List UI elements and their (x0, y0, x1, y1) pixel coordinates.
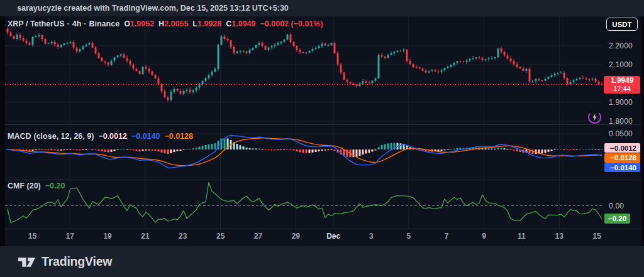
cmf-title: CMF (20) (8, 182, 41, 190)
low-value: 1.9928 (197, 19, 221, 28)
time-axis-label: 17 (66, 232, 74, 241)
legend-separator: · (67, 19, 70, 28)
last-price-value: 1.9949 (611, 77, 634, 85)
macd-title: MACD (8, 132, 31, 141)
time-axis-label: 15 (28, 232, 36, 241)
high-value: 2.0055 (164, 19, 188, 28)
last-price-badge: 1.9949 17:44 (604, 76, 640, 94)
right-border (641, 16, 644, 246)
currency-toggle-button[interactable]: USDT (606, 18, 638, 31)
time-axis-label: 3 (369, 232, 374, 241)
open-value: 1.9952 (130, 19, 154, 28)
cmf-value-badge: −0.20 (604, 214, 630, 224)
price-axis-label: 2.1000 (609, 60, 633, 69)
time-axis-label: 21 (141, 232, 149, 241)
time-axis-label: 15 (592, 232, 601, 241)
close-value: 1.9949 (231, 19, 255, 28)
open-label: O (124, 19, 130, 28)
macd-legend[interactable]: MACD (close, 12, 26, 9) −0.0012 −0.0140 … (8, 132, 193, 141)
interval-label: 4h (72, 19, 82, 28)
macd-value-badge: −0.0128 (604, 153, 640, 163)
attribution-text: sarayucyzie created with TradingView.com… (17, 4, 289, 13)
macd-signal-value: −0.0128 (164, 132, 193, 141)
cmf-axis-label: 0.00 (609, 202, 624, 210)
time-axis-label: 7 (444, 232, 448, 241)
time-axis-label: 9 (482, 232, 486, 241)
macd-value-badge: −0.0140 (604, 163, 640, 172)
symbol-legend[interactable]: XRP / TetherUS · 4h · Binance O1.9952 H2… (8, 19, 323, 28)
time-axis-label: 11 (518, 232, 526, 241)
legend-separator: · (84, 19, 86, 28)
macd-line-value: −0.0140 (131, 132, 160, 141)
macd-hist-value: −0.0012 (98, 132, 127, 141)
change-value: −0.0002 (−0.01%) (260, 19, 323, 28)
exchange-label: Binance (89, 19, 119, 28)
price-axis-label: 1.8000 (609, 117, 633, 126)
cmf-legend[interactable]: CMF (20) −0.20 (8, 182, 65, 190)
price-axis-label: 1.9000 (609, 98, 633, 107)
chart-canvas[interactable] (0, 16, 644, 246)
low-label: L (192, 19, 197, 28)
macd-params: (close, 12, 26, 9) (34, 132, 94, 141)
time-axis-label: 19 (103, 232, 111, 241)
boost-lightning-icon[interactable] (587, 110, 602, 124)
time-axis-label: 13 (555, 232, 564, 241)
tradingview-chart-widget: sarayucyzie created with TradingView.com… (0, 0, 644, 277)
time-axis-label: 5 (407, 232, 411, 241)
price-axis-label: 2.2000 (609, 41, 633, 50)
close-label: C (226, 19, 231, 28)
footer-bar: TradingView (0, 246, 644, 277)
macd-value-badge: −0.0012 (604, 143, 640, 153)
tradingview-logo[interactable]: TradingView (17, 254, 112, 270)
symbol-title: XRP / TetherUS (8, 19, 65, 28)
time-axis-label: 29 (292, 232, 300, 241)
tradingview-logo-icon (17, 254, 36, 270)
bar-countdown: 17:44 (613, 85, 631, 93)
time-axis-label: Dec (326, 232, 340, 241)
high-label: H (158, 19, 164, 28)
brand-name: TradingView (42, 254, 112, 269)
left-border (0, 16, 5, 246)
attribution-bar: sarayucyzie created with TradingView.com… (0, 0, 644, 16)
time-axis-label: 25 (216, 232, 225, 241)
cmf-value: −0.20 (45, 182, 65, 190)
macd-axis-label: 0.0500 (609, 129, 633, 138)
time-axis-label: 23 (179, 232, 187, 241)
time-axis-label: 27 (254, 232, 262, 241)
